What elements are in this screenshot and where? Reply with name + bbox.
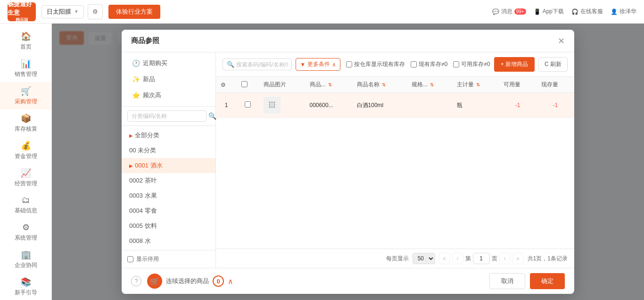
category-search-input[interactable] xyxy=(127,110,206,122)
navbar: 畅捷通好生意 精品版 日太阳膜 ▼ ⚙ 体验行业方案 💬 消息 99 📱 App… xyxy=(0,0,644,24)
col-unit-header: 主计量 ⇅ xyxy=(452,77,499,93)
total-info: 共1页，1条记录 xyxy=(528,255,568,263)
col-image-header: 商品图片 xyxy=(259,77,305,93)
refresh-button[interactable]: C 刷新 xyxy=(538,57,568,72)
arrow-icon: ▶ xyxy=(129,133,133,138)
page-size-select[interactable]: 50 xyxy=(413,253,435,264)
table-settings-icon[interactable]: ⚙ xyxy=(221,82,226,88)
name-sort-icon[interactable]: ⇅ xyxy=(382,82,386,87)
current-stock-checkbox-label[interactable]: 现有库存≠0 xyxy=(411,60,447,68)
user-profile-button[interactable]: 👤 徐泽华 xyxy=(611,8,636,16)
warehouse-stock-checkbox-label[interactable]: 按仓库显示现有库存 xyxy=(346,60,405,68)
confirm-button[interactable]: 确定 xyxy=(530,273,565,289)
page-number-input[interactable] xyxy=(473,253,490,264)
category-item-0003[interactable]: 0003 水果 xyxy=(122,188,215,203)
left-tab-new[interactable]: ✨ 新品 xyxy=(127,72,210,86)
modal-header: 商品参照 ✕ xyxy=(122,30,574,52)
sidebar-guide-label: 新手引导 xyxy=(15,289,37,297)
help-icon[interactable]: ? xyxy=(131,276,141,286)
current-stock-checkbox[interactable] xyxy=(411,61,417,67)
sidebar-item-basic[interactable]: 🗂 基础信息 xyxy=(0,192,51,218)
select-all-checkbox[interactable] xyxy=(241,81,248,87)
col-stock-header: 现存量 xyxy=(537,77,574,93)
cancel-button[interactable]: 取消 xyxy=(489,273,525,289)
product-search-input[interactable] xyxy=(236,61,288,68)
row-checkbox[interactable] xyxy=(245,101,251,108)
row-num: 1 xyxy=(216,93,237,118)
show-disabled-checkbox[interactable] xyxy=(127,256,133,262)
add-product-button[interactable]: + 新增商品 xyxy=(494,57,535,72)
more-filter-button[interactable]: ▼ 更多条件 ∧ xyxy=(296,58,340,71)
service-label: 在线客服 xyxy=(580,8,603,16)
chevron-down-icon: ▼ xyxy=(74,9,79,14)
code-sort-icon[interactable]: ⇅ xyxy=(328,82,332,87)
content-area: 查询 设置 刷新 商品参照 ✕ 🕐 近期购 xyxy=(52,24,644,300)
last-page-button[interactable]: » xyxy=(512,253,524,264)
col-settings: ⚙ xyxy=(216,77,237,93)
trial-button[interactable]: 体验行业方案 xyxy=(108,5,160,19)
category-label: 0008 水 xyxy=(129,237,151,245)
sidebar-item-sales[interactable]: 📊 销售管理 xyxy=(0,55,51,82)
table-row[interactable]: 1 🖼 000600... 白酒100ml 瓶 -1 -1 xyxy=(216,93,574,118)
sidebar-item-system[interactable]: ⚙ 系统管理 xyxy=(0,218,51,246)
col-code-header: 商品... ⇅ xyxy=(305,77,352,93)
sidebar-enterprise-label: 企业协同 xyxy=(15,261,37,269)
cart-section: 🛒 连续选择的商品 0 ∧ xyxy=(147,274,233,289)
new-label: 新品 xyxy=(143,75,155,83)
col-available-header: 可用量 xyxy=(499,77,537,93)
recent-label: 近期购买 xyxy=(143,59,167,67)
sidebar-item-finance[interactable]: 💰 资金管理 xyxy=(0,137,51,164)
current-stock-label: 现有库存≠0 xyxy=(419,60,447,68)
sidebar-item-inventory[interactable]: 📦 库存核算 xyxy=(0,109,51,137)
store-selector[interactable]: 日太阳膜 ▼ xyxy=(41,5,84,18)
settings-icon[interactable]: ⚙ xyxy=(88,4,103,19)
left-panel-tabs: 🕐 近期购买 ✨ 新品 ⭐ 频次高 xyxy=(122,52,215,107)
sidebar-home-icon: 🏠 xyxy=(21,31,31,42)
unit-sort-icon[interactable]: ⇅ xyxy=(476,82,480,87)
messages-button[interactable]: 💬 消息 99 xyxy=(492,8,526,16)
category-item-0001[interactable]: ▶0001 酒水 xyxy=(122,158,215,173)
left-tab-recent[interactable]: 🕐 近期购买 xyxy=(127,56,210,70)
first-page-button[interactable]: « xyxy=(439,253,450,264)
category-list: ▶全部分类00 未分类▶0001 酒水0002 茶叶0003 水果0004 零食… xyxy=(122,126,215,250)
new-icon: ✨ xyxy=(132,75,140,83)
next-page-button[interactable]: › xyxy=(499,253,511,264)
sidebar-guide-icon: 📚 xyxy=(21,277,31,287)
messages-badge: 99 xyxy=(514,8,526,15)
page-size-label: 每页显示 xyxy=(386,255,409,263)
footer-left: ? 🛒 连续选择的商品 0 ∧ xyxy=(131,274,233,289)
sidebar-operations-icon: 📈 xyxy=(21,168,31,178)
row-image-cell: 🖼 xyxy=(259,93,305,118)
footer-right: 取消 确定 xyxy=(489,273,565,289)
modal-close-button[interactable]: ✕ xyxy=(558,37,565,45)
category-item-0004[interactable]: 0004 零食 xyxy=(122,203,215,218)
spec-sort-icon[interactable]: ⇅ xyxy=(430,82,434,87)
prev-page-button[interactable]: ‹ xyxy=(452,253,463,264)
cart-icon[interactable]: 🛒 xyxy=(147,274,162,289)
phone-icon: 📱 xyxy=(534,8,541,15)
available-stock-checkbox-label[interactable]: 可用库存≠0 xyxy=(453,60,490,68)
app-download-button[interactable]: 📱 App下载 xyxy=(534,8,564,16)
warehouse-stock-label: 按仓库显示现有库存 xyxy=(354,60,405,68)
navbar-right: 💬 消息 99 📱 App下载 🎧 在线客服 👤 徐泽华 xyxy=(492,8,636,16)
sidebar-item-operations[interactable]: 📈 经营管理 xyxy=(0,164,51,192)
category-item-0005[interactable]: 0005 饮料 xyxy=(122,218,215,233)
modal-overlay[interactable]: 商品参照 ✕ 🕐 近期购买 ✨ 新品 ⭐ 频次高 xyxy=(52,24,644,300)
sidebar-item-enterprise[interactable]: 🏢 企业协同 xyxy=(0,246,51,273)
category-item-all[interactable]: ▶全部分类 xyxy=(122,128,215,143)
sidebar-item-purchase[interactable]: 🛒 采购管理 xyxy=(0,82,51,109)
app-label: App下载 xyxy=(543,8,564,16)
online-service-button[interactable]: 🎧 在线客服 xyxy=(571,8,603,16)
sidebar-finance-icon: 💰 xyxy=(21,141,31,151)
available-stock-checkbox[interactable] xyxy=(453,61,459,67)
category-item-0008[interactable]: 0008 水 xyxy=(122,233,215,249)
headset-icon: 🎧 xyxy=(571,8,578,15)
sidebar-item-guide[interactable]: 📚 新手引导 xyxy=(0,273,51,300)
sidebar-item-home[interactable]: 🏠 首页 xyxy=(0,27,51,55)
category-search-icon[interactable]: 🔍 xyxy=(208,112,216,120)
category-item-00[interactable]: 00 未分类 xyxy=(122,143,215,158)
expand-icon[interactable]: ∧ xyxy=(228,277,233,286)
warehouse-stock-checkbox[interactable] xyxy=(346,61,352,67)
category-item-0002[interactable]: 0002 茶叶 xyxy=(122,173,215,188)
left-tab-frequent[interactable]: ⭐ 频次高 xyxy=(127,88,210,102)
